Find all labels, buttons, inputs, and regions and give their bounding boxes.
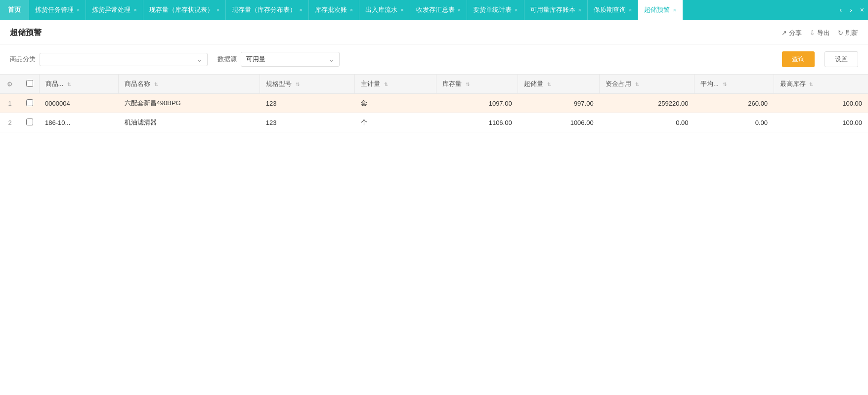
- refresh-icon: ↻: [838, 29, 843, 37]
- product-category-select[interactable]: ⌄: [40, 53, 208, 66]
- close-icon[interactable]: ×: [515, 7, 518, 13]
- close-icon[interactable]: ×: [400, 7, 403, 13]
- close-icon[interactable]: ×: [629, 7, 632, 13]
- share-icon: ↗: [781, 29, 787, 37]
- row-seq: 1: [0, 94, 20, 113]
- data-source-value: 可用量: [246, 55, 265, 64]
- data-table: ⚙ 商品... ⇅ 商品名称 ⇅ 规格型号 ⇅: [0, 74, 868, 132]
- row-over-stock: 997.00: [518, 94, 600, 113]
- row-checkbox-cell[interactable]: [20, 113, 39, 132]
- row-seq: 2: [0, 113, 20, 132]
- gear-icon[interactable]: ⚙: [7, 80, 13, 88]
- sort-icon: ⇅: [635, 81, 639, 87]
- nav-tab-7[interactable]: 要货单统计表 ×: [467, 0, 524, 20]
- nav-home[interactable]: 首页: [0, 0, 29, 20]
- nav-tab-10[interactable]: 超储预警 ×: [638, 0, 682, 20]
- row-max-stock: 100.00: [774, 94, 868, 113]
- row-product-name: 六配套新昌490BPG: [119, 94, 260, 113]
- table-header-row: ⚙ 商品... ⇅ 商品名称 ⇅ 规格型号 ⇅: [0, 75, 868, 94]
- close-icon[interactable]: ×: [673, 7, 676, 13]
- row-capital: 259220.00: [600, 94, 694, 113]
- share-button[interactable]: ↗ 分享: [781, 29, 802, 38]
- close-icon[interactable]: ×: [133, 7, 136, 13]
- th-spec[interactable]: 规格型号 ⇅: [260, 75, 355, 94]
- sort-icon: ⇅: [547, 81, 551, 87]
- row-unit: 套: [355, 94, 436, 113]
- filter-bar: 商品分类 ⌄ 数据源 可用量 ⌄ 查询 设置: [0, 44, 868, 74]
- row-stock: 1097.00: [436, 94, 518, 113]
- th-unit[interactable]: 主计量 ⇅: [355, 75, 436, 94]
- table-body: 1 0000004 六配套新昌490BPG 123 套 1097.00 997.…: [0, 94, 868, 132]
- refresh-button[interactable]: ↻ 刷新: [838, 29, 858, 38]
- row-stock: 1106.00: [436, 113, 518, 132]
- row-checkbox[interactable]: [26, 99, 33, 106]
- select-all-checkbox[interactable]: [26, 80, 33, 87]
- export-icon: ⇩: [810, 29, 815, 37]
- sort-icon: ⇅: [809, 81, 813, 87]
- close-icon[interactable]: ×: [77, 7, 80, 13]
- nav-tab-8[interactable]: 可用量库存账本 ×: [524, 0, 588, 20]
- table-wrap: ⚙ 商品... ⇅ 商品名称 ⇅ 规格型号 ⇅: [0, 74, 868, 132]
- sort-icon: ⇅: [67, 81, 71, 87]
- th-product-code[interactable]: 商品... ⇅: [39, 75, 119, 94]
- data-source-select[interactable]: 可用量 ⌄: [241, 52, 340, 67]
- row-spec: 123: [260, 113, 355, 132]
- set-button[interactable]: 设置: [825, 51, 858, 67]
- table-row: 2 186-10... 机油滤清器 123 个 1106.00 1006.00 …: [0, 113, 868, 132]
- th-stock[interactable]: 库存量 ⇅: [436, 75, 518, 94]
- th-product-name[interactable]: 商品名称 ⇅: [119, 75, 260, 94]
- page-header: 超储预警 ↗ 分享 ⇩ 导出 ↻ 刷新: [0, 20, 868, 44]
- nav-tab-4[interactable]: 库存批次账 ×: [309, 0, 359, 20]
- nav-tab-2[interactable]: 现存量（库存状况表） ×: [143, 0, 226, 20]
- chevron-down-icon: ⌄: [197, 56, 202, 63]
- sort-icon: ⇅: [296, 81, 300, 87]
- row-over-stock: 1006.00: [518, 113, 600, 132]
- navbar: 首页 拣货任务管理 × 拣货异常处理 × 现存量（库存状况表） × 现存量（库存…: [0, 0, 868, 20]
- row-checkbox-cell[interactable]: [20, 94, 39, 113]
- export-button[interactable]: ⇩ 导出: [810, 29, 830, 38]
- nav-tab-9[interactable]: 保质期查询 ×: [588, 0, 638, 20]
- th-max-stock[interactable]: 最高库存 ⇅: [774, 75, 868, 94]
- sort-icon: ⇅: [154, 81, 158, 87]
- row-capital: 0.00: [600, 113, 694, 132]
- nav-tab-3[interactable]: 现存量（库存分布表） ×: [226, 0, 308, 20]
- nav-arrows: ‹ › ×: [835, 6, 868, 14]
- nav-tab-6[interactable]: 收发存汇总表 ×: [410, 0, 467, 20]
- nav-next-button[interactable]: ›: [846, 6, 856, 14]
- product-category-label: 商品分类: [10, 55, 36, 64]
- row-unit: 个: [355, 113, 436, 132]
- row-product-code: 0000004: [39, 94, 119, 113]
- nav-prev-button[interactable]: ‹: [835, 6, 846, 14]
- row-product-name: 机油滤清器: [119, 113, 260, 132]
- sort-icon: ⇅: [466, 81, 470, 87]
- chevron-down-icon: ⌄: [329, 56, 334, 63]
- nav-tab-1[interactable]: 拣货异常处理 ×: [86, 0, 143, 20]
- page-actions: ↗ 分享 ⇩ 导出 ↻ 刷新: [781, 29, 858, 38]
- table-row: 1 0000004 六配套新昌490BPG 123 套 1097.00 997.…: [0, 94, 868, 113]
- row-avg: 0.00: [694, 113, 774, 132]
- data-source-label: 数据源: [217, 55, 237, 64]
- row-spec: 123: [260, 94, 355, 113]
- close-icon[interactable]: ×: [350, 7, 353, 13]
- close-icon[interactable]: ×: [458, 7, 461, 13]
- data-source-filter: 数据源 可用量 ⌄: [217, 52, 340, 67]
- close-icon[interactable]: ×: [217, 7, 219, 13]
- page-title: 超储预警: [10, 28, 42, 38]
- sort-icon: ⇅: [723, 81, 727, 87]
- row-avg: 260.00: [694, 94, 774, 113]
- row-checkbox[interactable]: [26, 118, 33, 125]
- close-icon[interactable]: ×: [299, 7, 302, 13]
- th-capital[interactable]: 资金占用 ⇅: [600, 75, 694, 94]
- nav-close-all-button[interactable]: ×: [856, 6, 868, 14]
- nav-tab-0[interactable]: 拣货任务管理 ×: [29, 0, 86, 20]
- th-checkbox[interactable]: [20, 75, 39, 94]
- nav-tab-5[interactable]: 出入库流水 ×: [359, 0, 410, 20]
- close-icon[interactable]: ×: [578, 7, 581, 13]
- row-product-code: 186-10...: [39, 113, 119, 132]
- row-max-stock: 100.00: [774, 113, 868, 132]
- th-over-stock[interactable]: 超储量 ⇅: [518, 75, 600, 94]
- th-gear[interactable]: ⚙: [0, 75, 20, 94]
- query-button[interactable]: 查询: [782, 51, 815, 67]
- th-avg[interactable]: 平均... ⇅: [694, 75, 774, 94]
- product-category-filter: 商品分类 ⌄: [10, 53, 208, 66]
